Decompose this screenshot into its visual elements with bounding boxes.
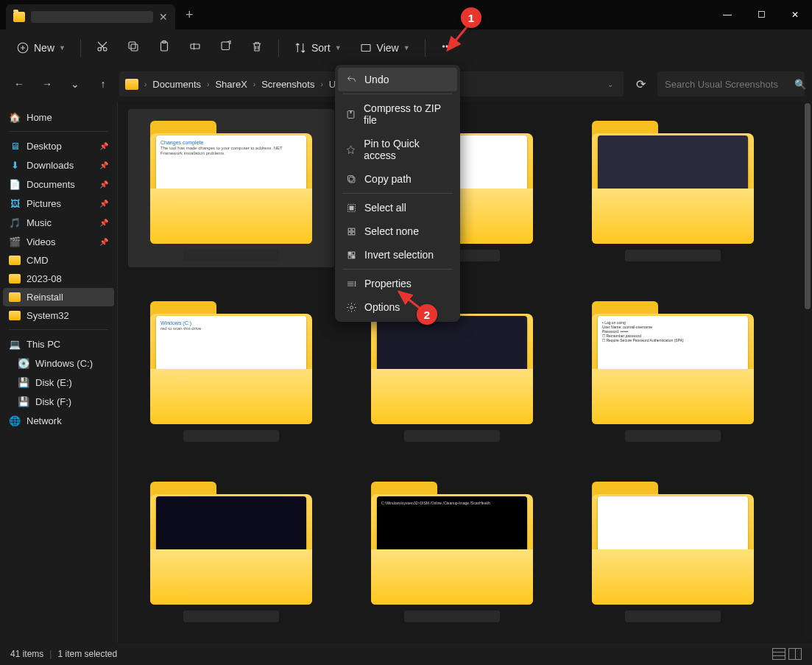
- folder-icon: [9, 311, 21, 320]
- sort-label: Sort: [311, 42, 331, 54]
- item-label-redacted: [625, 611, 721, 622]
- menu-invert[interactable]: Invert selection: [338, 243, 457, 267]
- sidebar-music[interactable]: 🎵Music📌: [3, 213, 114, 232]
- folder-item[interactable]: Windows (C:)red to scan this drive: [128, 289, 334, 448]
- sidebar-pictures[interactable]: 🖼Pictures📌: [3, 194, 114, 213]
- view-button[interactable]: View ▼: [352, 37, 417, 59]
- share-button[interactable]: [212, 35, 240, 60]
- breadcrumb-item[interactable]: Screenshots: [258, 77, 317, 91]
- gear-icon: [345, 301, 357, 313]
- breadcrumb-item[interactable]: ShareX: [212, 77, 250, 91]
- sidebar-network[interactable]: 🌐Network: [3, 411, 114, 430]
- sidebar-home[interactable]: 🏠Home: [3, 108, 114, 127]
- sidebar-downloads[interactable]: ⬇Downloads📌: [3, 155, 114, 175]
- sidebar-date[interactable]: 2023-08: [3, 270, 114, 288]
- drive-icon: 💾: [18, 376, 29, 388]
- svg-rect-25: [352, 256, 355, 258]
- back-button[interactable]: ←: [7, 72, 31, 96]
- view-label: View: [377, 42, 399, 54]
- sidebar: 🏠Home 🖥Desktop📌 ⬇Downloads📌 📄Documents📌 …: [0, 102, 118, 643]
- breadcrumb-item[interactable]: Documents: [149, 77, 204, 91]
- recent-button[interactable]: ⌄: [63, 72, 87, 96]
- folder-item[interactable]: C:\Windows\system32>DISM /Online /Cleanu…: [349, 470, 555, 628]
- menu-select-none[interactable]: Select none: [338, 219, 457, 243]
- zip-icon: [345, 108, 356, 120]
- sidebar-videos[interactable]: 🎬Videos📌: [3, 232, 114, 251]
- menu-pin[interactable]: Pin to Quick access: [338, 132, 457, 167]
- svg-rect-3: [131, 44, 138, 51]
- menu-properties[interactable]: Properties: [338, 272, 457, 295]
- minimize-button[interactable]: —: [710, 0, 744, 29]
- sidebar-documents[interactable]: 📄Documents📌: [3, 175, 114, 194]
- pc-icon: 💻: [9, 338, 21, 350]
- folder-item[interactable]: [570, 470, 776, 628]
- close-tab-icon[interactable]: ✕: [159, 11, 168, 23]
- pictures-icon: 🖼: [9, 197, 21, 209]
- menu-undo[interactable]: Undo: [338, 68, 457, 91]
- chevron-right-icon: ›: [320, 80, 322, 88]
- item-label-redacted: [625, 430, 721, 442]
- folder-item[interactable]: Changes completeThe tool has made change…: [128, 109, 334, 267]
- details-view-button[interactable]: [772, 648, 785, 660]
- sidebar-disk-f[interactable]: 💾Disk (F:): [3, 392, 114, 411]
- search-input[interactable]: [665, 79, 788, 90]
- copy-path-icon: [345, 173, 357, 185]
- item-label-redacted: [625, 250, 721, 261]
- forward-button[interactable]: →: [35, 72, 59, 96]
- sidebar-disk-e[interactable]: 💾Disk (E:): [3, 373, 114, 392]
- item-count: 41 items: [10, 649, 43, 659]
- properties-icon: [345, 278, 357, 289]
- folder-icon: [9, 274, 21, 284]
- undo-icon: [345, 74, 357, 85]
- sidebar-reinstall[interactable]: Reinstall: [3, 288, 114, 306]
- sidebar-thispc[interactable]: 💻This PC: [3, 334, 114, 353]
- item-label-redacted: [404, 430, 500, 442]
- item-label-redacted: [183, 611, 279, 622]
- rename-button[interactable]: [181, 35, 209, 60]
- new-tab-button[interactable]: +: [175, 7, 204, 23]
- menu-compress[interactable]: Compress to ZIP file: [338, 96, 457, 132]
- folder-item[interactable]: [570, 109, 776, 267]
- select-all-icon: [345, 202, 357, 214]
- svg-rect-14: [349, 177, 355, 183]
- svg-point-29: [350, 306, 353, 309]
- active-tab[interactable]: ✕: [6, 4, 175, 29]
- refresh-button[interactable]: ⟳: [628, 71, 653, 96]
- pin-icon: 📌: [99, 219, 108, 227]
- chevron-down-icon: ▼: [335, 44, 342, 52]
- titlebar: ✕ + — ☐ ✕: [0, 0, 812, 29]
- search-icon: 🔍: [794, 79, 806, 90]
- svg-rect-23: [352, 252, 355, 255]
- folder-icon: [13, 12, 25, 22]
- menu-options[interactable]: Options: [338, 295, 457, 319]
- breadcrumb-dropdown[interactable]: ⌄: [603, 80, 618, 88]
- copy-button[interactable]: [119, 35, 147, 60]
- new-button[interactable]: New ▼: [9, 37, 73, 59]
- sidebar-windows-c[interactable]: 💽Windows (C:): [3, 353, 114, 373]
- home-icon: 🏠: [9, 111, 21, 123]
- search-box[interactable]: 🔍: [657, 71, 805, 96]
- folder-item[interactable]: [128, 470, 334, 628]
- more-button[interactable]: [433, 35, 461, 60]
- maximize-button[interactable]: ☐: [744, 0, 778, 29]
- select-none-icon: [345, 225, 357, 237]
- up-button[interactable]: ↑: [91, 72, 115, 96]
- sidebar-desktop[interactable]: 🖥Desktop📌: [3, 136, 114, 155]
- menu-copy-path[interactable]: Copy path: [338, 167, 457, 191]
- svg-rect-20: [348, 232, 351, 235]
- cut-button[interactable]: [88, 35, 116, 60]
- close-button[interactable]: ✕: [778, 0, 812, 29]
- menu-select-all[interactable]: Select all: [338, 196, 457, 219]
- sidebar-system32[interactable]: System32: [3, 306, 114, 325]
- scrollbar-thumb[interactable]: [805, 103, 811, 309]
- sort-button[interactable]: Sort ▼: [286, 37, 349, 59]
- annotation-badge-2: 2: [417, 304, 437, 325]
- svg-rect-17: [350, 206, 353, 210]
- desktop-icon: 🖥: [9, 140, 21, 152]
- paste-button[interactable]: [150, 35, 178, 60]
- thumbnails-view-button[interactable]: [788, 648, 802, 660]
- content-area[interactable]: Changes completeThe tool has made change…: [118, 102, 812, 643]
- delete-button[interactable]: [243, 35, 271, 60]
- folder-item[interactable]: • Log on usingUser Name: outmail-usernam…: [570, 289, 776, 448]
- sidebar-cmd[interactable]: CMD: [3, 251, 114, 270]
